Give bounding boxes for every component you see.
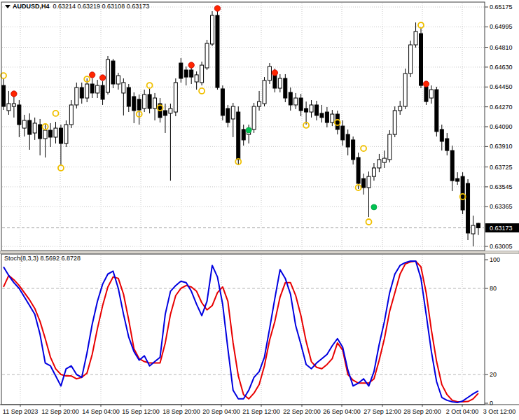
candle-up: [409, 41, 413, 77]
price-tick-label: 0.64810: [490, 44, 513, 51]
price-tick-label: 0.63545: [490, 183, 513, 190]
candle-down: [111, 59, 115, 88]
price-tick-label: 0.65175: [490, 4, 513, 10]
red-dot-marker: [423, 81, 429, 87]
stoch-indicator-label: Stoch(8,3,3) 8.5692 6.8728: [4, 255, 81, 262]
symbol-dropdown-icon[interactable]: [5, 5, 11, 8]
price-tick-label: 0.63005: [490, 243, 513, 250]
time-tick-label: 26 Sep 04:00: [323, 408, 361, 415]
panel-separator[interactable]: [0, 251, 519, 254]
stoch-tick-label: 80: [490, 285, 497, 292]
time-tick-label: 3 Oct 12:00: [483, 408, 516, 415]
candle-up: [106, 56, 110, 94]
chart-title: AUDUSD,H4 0.63214 0.63219 0.63108 0.6317…: [13, 3, 149, 10]
chart-window: 0.651750.649950.648100.646300.644500.642…: [0, 0, 519, 420]
time-tick-label: 18 Sep 20:00: [162, 408, 200, 415]
stoch-values: 8.5692 6.8728: [41, 255, 81, 262]
current-price-tag: 0.63173: [485, 223, 519, 232]
stoch-tick-label: 0: [490, 400, 493, 407]
red-dot-marker: [188, 62, 194, 68]
candle-down: [420, 28, 423, 88]
stoch-tick-label: 20: [490, 371, 497, 378]
candle-down: [357, 153, 360, 189]
price-tick-label: 0.64450: [490, 83, 513, 90]
candle-down: [466, 179, 470, 240]
time-tick-label: 11 Sep 2023: [3, 408, 38, 415]
stoch-name: Stoch(8,3,3): [4, 255, 39, 262]
time-tick-label: 22 Sep 20:00: [283, 408, 321, 415]
green-dot-marker: [371, 204, 377, 210]
candle-up: [205, 40, 209, 70]
time-tick-label: 14 Sep 04:00: [82, 408, 120, 415]
candle-down: [221, 85, 224, 120]
candle-up: [200, 62, 204, 85]
price-tick-label: 0.63725: [490, 164, 513, 171]
time-tick-label: 15 Sep 12:00: [122, 408, 160, 415]
red-dot-marker: [272, 70, 277, 76]
candle-up: [263, 77, 266, 106]
candle-down: [284, 74, 287, 102]
price-tick-label: 0.63910: [490, 143, 513, 150]
time-tick-label: 2 Oct 04:00: [446, 408, 479, 415]
candle-up: [174, 78, 177, 116]
candle-down: [237, 106, 240, 165]
price-tick-label: 0.63365: [490, 203, 513, 210]
time-tick-label: 28 Sep 20:00: [403, 408, 441, 415]
time-tick-label: 12 Sep 20:00: [41, 408, 79, 415]
candle-down: [216, 10, 219, 90]
green-dot-marker: [246, 127, 251, 133]
candle-up: [393, 106, 396, 137]
red-dot-marker: [11, 91, 17, 97]
symbol-timeframe-label: AUDUSD,H4: [13, 3, 50, 10]
svg-text:0.63173: 0.63173: [490, 225, 513, 232]
chart-background: [0, 0, 519, 420]
candle-up: [403, 69, 407, 109]
time-tick-label: 21 Sep 12:00: [242, 408, 280, 415]
ohlc-values: 0.63214 0.63219 0.63108 0.63173: [53, 3, 150, 10]
candle-up: [252, 103, 256, 133]
price-tick-label: 0.64270: [490, 104, 513, 111]
red-dot-marker: [99, 75, 105, 80]
red-dot-marker: [214, 6, 220, 11]
candle-up: [388, 130, 392, 162]
price-tick-label: 0.64090: [490, 123, 513, 130]
candle-down: [435, 87, 438, 136]
price-tick-label: 0.64630: [490, 64, 513, 71]
time-tick-label: 20 Sep 04:00: [202, 408, 240, 415]
chart-svg: 0.651750.649950.648100.646300.644500.642…: [0, 0, 519, 420]
candle-up: [211, 11, 214, 46]
stoch-tick-label: 100: [490, 256, 500, 263]
time-tick-label: 27 Sep 12:00: [364, 408, 401, 415]
candle-up: [64, 120, 68, 147]
red-dot-marker: [89, 72, 95, 78]
price-tick-label: 0.64995: [490, 23, 513, 30]
